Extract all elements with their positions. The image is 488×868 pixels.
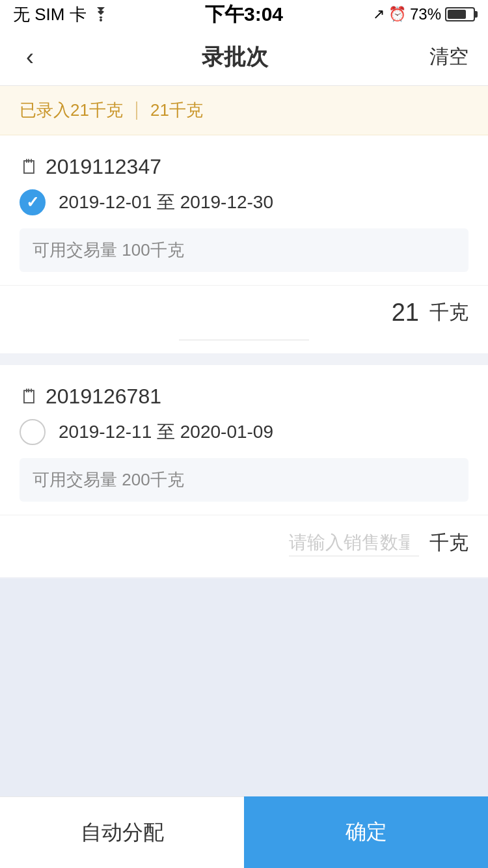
batch1-date: 2019-12-01 至 2019-12-30 xyxy=(59,190,273,215)
batch1-date-row[interactable]: 2019-12-01 至 2019-12-30 xyxy=(20,189,468,215)
batch2-header: 🗒 2019126781 xyxy=(20,385,468,409)
batch2-date: 2019-12-11 至 2020-01-09 xyxy=(59,420,273,444)
batch2-available: 可用交易量 200千克 xyxy=(20,458,468,502)
info-value: 21千克 xyxy=(150,99,203,122)
auto-distribute-button[interactable]: 自动分配 xyxy=(0,796,244,868)
clear-button[interactable]: 清空 xyxy=(429,44,468,70)
batch1-unit: 千克 xyxy=(429,299,468,326)
batch-item-2: 🗒 2019126781 2019-12-11 至 2020-01-09 可用交… xyxy=(0,365,488,577)
info-banner: 已录入21千克 21千克 xyxy=(0,86,488,135)
batch1-quantity: 21 xyxy=(392,299,419,327)
batch1-header: 🗒 2019112347 xyxy=(20,155,468,179)
status-right: ↗ ⏰ 73% xyxy=(373,5,475,23)
carrier-text: 无 SIM 卡 xyxy=(13,3,87,26)
nav-bar: ‹ 录批次 清空 xyxy=(0,29,488,86)
batch-item-1: 🗒 2019112347 2019-12-01 至 2019-12-30 可用交… xyxy=(0,135,488,353)
bottom-bar: 自动分配 确定 xyxy=(0,796,488,868)
page-title: 录批次 xyxy=(202,42,268,72)
section-divider xyxy=(0,355,488,365)
confirm-button[interactable]: 确定 xyxy=(244,796,488,868)
location-icon: ↗ xyxy=(373,6,385,23)
batch1-quantity-row: 21 千克 xyxy=(0,285,488,340)
info-label: 已录入21千克 xyxy=(20,99,123,122)
svg-point-0 xyxy=(100,19,102,21)
battery-icon xyxy=(445,7,475,21)
batch2-number: 2019126781 xyxy=(46,385,161,409)
battery-text: 73% xyxy=(410,5,441,23)
batch2-unit: 千克 xyxy=(429,530,468,556)
batch1-radio[interactable] xyxy=(20,189,46,215)
batch1-available: 可用交易量 100千克 xyxy=(20,228,468,272)
batch2-date-row[interactable]: 2019-12-11 至 2020-01-09 xyxy=(20,419,468,445)
wifi-icon xyxy=(92,7,110,21)
info-divider xyxy=(136,102,137,120)
back-button[interactable]: ‹ xyxy=(20,37,40,77)
status-bar: 无 SIM 卡 下午3:04 ↗ ⏰ 73% xyxy=(0,0,488,29)
batch2-icon: 🗒 xyxy=(20,386,39,408)
status-time: 下午3:04 xyxy=(205,1,283,28)
status-carrier: 无 SIM 卡 xyxy=(13,3,110,26)
alarm-icon: ⏰ xyxy=(388,6,406,23)
batch2-radio[interactable] xyxy=(20,419,46,445)
batch2-input-row: 千克 xyxy=(0,515,488,571)
batch1-icon: 🗒 xyxy=(20,156,39,178)
batch1-number: 2019112347 xyxy=(46,155,161,179)
batch2-quantity-input[interactable] xyxy=(289,530,419,556)
